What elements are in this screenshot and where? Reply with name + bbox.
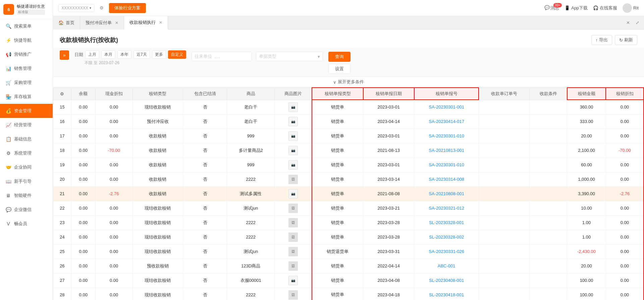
expand-filter-button[interactable]: » [60,50,69,60]
this-month-button[interactable]: 本月 [101,50,115,59]
sidebar-item-11[interactable]: 📖新手引导 [0,174,53,188]
cell-3-1: 0.00 [71,143,95,158]
sidebar-item-1[interactable]: ⚡快捷导航 [0,33,53,47]
cell-9-4: 否 [183,230,227,244]
col-header-balance[interactable]: 余额 [71,88,95,100]
cell-8-7: 销货单 [312,215,363,230]
cell-7-0: 22 [53,201,71,215]
last-7-days-button[interactable]: 近7天 [133,50,150,59]
partner-input[interactable]: 往来单位 ... [192,52,252,61]
tab-home[interactable]: 🏠 首页 [53,16,80,30]
tab-writeoff-close[interactable]: ✕ [159,20,162,25]
col-header-includes_cleared[interactable]: 包含已结清 [183,88,227,100]
maximize-button[interactable]: ⤢ [633,19,641,27]
table-row: 250.000.00现结收款核销否测试jun🖼销货退货单2023-03-31SA… [53,244,644,259]
sidebar-item-2[interactable]: 📢营销推广 [0,47,53,61]
sidebar-label-13: 企业微信 [14,207,32,213]
cell-13-9[interactable]: SL-20230418-001 [414,288,479,300]
sidebar-item-10[interactable]: 🤝企业协同 [0,160,53,174]
expand-more-button[interactable]: ∨ 展开更多条件 [330,78,367,86]
cell-11-8: 2022-04-14 [363,259,414,273]
col-header-write_off_discount[interactable]: 核销折扣 [606,88,644,100]
cell-7-7: 销货单 [312,201,363,215]
cell-4-9[interactable]: SA-20230301-010 [414,158,479,172]
cell-9-8: 2023-03-28 [363,230,414,244]
cell-2-9[interactable]: SA-20230301-010 [414,129,479,143]
cell-9-9[interactable]: SL-20230328-002 [414,230,479,244]
sidebar-item-0[interactable]: 🔍搜索菜单 [0,19,53,33]
col-header-bill_report_type[interactable]: 核销单报类型 [312,88,363,100]
cell-6-9[interactable]: SA-20210808-001 [414,186,479,201]
cell-13-1: 0.00 [71,288,95,300]
col-header-bill_no[interactable]: 核销单报号 [414,88,479,100]
bill-type-select[interactable]: 单据类型 ▾ [256,52,323,61]
custom-date-button[interactable]: 自定义 [168,50,186,59]
setting-button[interactable]: 设置 [328,64,351,74]
close-tab-button[interactable]: ✕ [624,19,632,27]
data-table-container[interactable]: ⚙余额现金折扣核销类型包含已结清商品商品图片核销单报类型核销单报日期核销单报号收… [53,87,644,300]
app-download-button[interactable]: 📱 App下载 [565,5,588,11]
settings-gear-icon[interactable]: ⚙ [97,3,106,13]
this-year-button[interactable]: 本年 [117,50,131,59]
col-header-receipt_order_no[interactable]: 收款单订单号 [479,88,529,100]
col-header-receipt_condition[interactable]: 收款条件 [530,88,567,100]
sidebar-item-7[interactable]: 📈经营管理 [0,118,53,132]
industry-plan-button[interactable]: 体验行业方案 [109,3,146,13]
col-header-write_off_type[interactable]: 核销类型 [132,88,183,100]
more-date-button[interactable]: 更多 [152,50,166,59]
tab-prepay[interactable]: 预付冲应付单 ✕ [80,16,124,30]
sidebar-item-5[interactable]: 🏪库存核算 [0,90,53,104]
sidebar-item-3[interactable]: 📊销售管理 [0,61,53,76]
col-header-bill_report_date[interactable]: 核销单报日期 [363,88,414,100]
sidebar-item-13[interactable]: 💬企业微信 [0,203,53,217]
sidebar-item-4[interactable]: 🛒采购管理 [0,76,53,90]
cell-9-6: 🖼 [275,230,312,244]
sidebar-item-14[interactable]: V畅会员 [0,217,53,231]
col-header-write_off_amount[interactable]: 核销金额 [567,88,606,100]
last-month-button[interactable]: 上月 [85,50,99,59]
cell-7-9[interactable]: SA-20230321-012 [414,201,479,215]
export-button[interactable]: ↑ 导出 [591,35,612,45]
cell-0-6: 📷 [275,100,312,114]
company-name: XXXXXXXXXX [61,6,88,10]
sidebar-icon-3: 📊 [5,66,11,72]
col-header-cash_discount[interactable]: 现金折扣 [95,88,132,100]
brand-name: 畅捷通谐好生意 [17,4,45,9]
cell-12-8: 2023-04-08 [363,273,414,288]
company-dropdown[interactable]: XXXXXXXXXX ▾ [58,4,94,12]
cell-13-7: 销货单 [312,288,363,300]
cell-0-9[interactable]: SA-20230301-001 [414,100,479,114]
cell-8-9[interactable]: SL-20230328-001 [414,215,479,230]
cell-12-9[interactable]: SL-20230408-001 [414,273,479,288]
sidebar-item-9[interactable]: ⚙系统管理 [0,146,53,160]
cell-12-3: 现结收款核销 [132,273,183,288]
query-button[interactable]: 查询 [328,52,351,62]
sidebar-item-12[interactable]: 🖥智能硬件 [0,188,53,203]
notification-button[interactable]: 💬 消息 99+ [544,5,559,11]
cell-3-9[interactable]: SA-20210813-001 [414,143,479,158]
cell-8-6: 🖼 [275,215,312,230]
cell-11-9[interactable]: ABC-001 [414,259,479,273]
cell-5-9[interactable]: SA-20230314-008 [414,172,479,186]
col-header-product_image[interactable]: 商品图片 [275,88,312,100]
user-menu[interactable]: Rit [623,3,639,13]
cell-1-6: 📷 [275,114,312,129]
online-support-button[interactable]: 🎧 在线客服 [593,5,617,11]
cell-1-9[interactable]: SA-20230414-017 [414,114,479,129]
refresh-button[interactable]: ↻ 刷新 [615,35,637,45]
cell-13-8: 2023-04-18 [363,288,414,300]
sidebar-label-2: 营销推广 [14,51,32,57]
cell-6-11 [530,186,567,201]
cell-2-5: 999 [227,129,275,143]
tab-writeoff[interactable]: 收款核销执行 ✕ [124,16,168,30]
table-row: 260.000.00预收款核销否123D商品🖼销货单2022-04-14ABC-… [53,259,644,273]
data-table: ⚙余额现金折扣核销类型包含已结清商品商品图片核销单报类型核销单报日期核销单报号收… [53,87,644,300]
col-header-product[interactable]: 商品 [227,88,275,100]
sidebar-item-8[interactable]: 📋基础信息 [0,132,53,146]
cell-5-1: 0.00 [71,172,95,186]
cell-11-4: 否 [183,259,227,273]
col-header-settings[interactable]: ⚙ [53,88,71,100]
tab-prepay-close[interactable]: ✕ [115,20,118,25]
sidebar-item-6[interactable]: 💰资金管理 [0,104,53,118]
cell-10-9[interactable]: SA-20230331-026 [414,244,479,259]
